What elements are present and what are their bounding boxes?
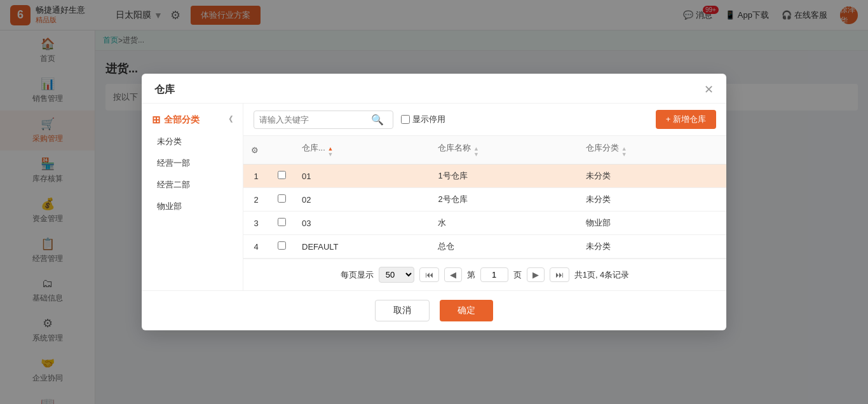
confirm-button[interactable]: 确定 bbox=[440, 300, 493, 321]
grid-icon: ⊞ bbox=[152, 114, 160, 126]
per-page-select[interactable]: 50 100 200 bbox=[379, 267, 414, 283]
per-page-label: 每页显示 bbox=[341, 269, 374, 281]
row-name-1: 1号仓库 bbox=[430, 165, 578, 188]
page-label: 第 bbox=[467, 269, 475, 281]
prev-page-btn[interactable]: ◀ bbox=[444, 267, 462, 282]
page-unit: 页 bbox=[513, 269, 522, 281]
show-disabled-label[interactable]: 显示停用 bbox=[401, 114, 445, 125]
cancel-button[interactable]: 取消 bbox=[375, 300, 430, 321]
table-toolbar: 🔍 显示停用 + 新增仓库 bbox=[243, 104, 726, 136]
row-code-4: DEFAULT bbox=[294, 235, 430, 259]
table-row[interactable]: 4 DEFAULT 总仓 未分类 bbox=[243, 235, 726, 259]
category-item-unclassified[interactable]: 未分类 bbox=[142, 131, 243, 152]
row-name-2: 2号仓库 bbox=[430, 188, 578, 212]
row-check-2[interactable] bbox=[269, 188, 294, 212]
data-table: ⚙ 仓库... ▲ ▼ 仓库名称 bbox=[243, 136, 726, 259]
row-gear-3[interactable]: 3 bbox=[243, 212, 269, 235]
category-item-dept1[interactable]: 经营一部 bbox=[142, 152, 243, 174]
row-category-4: 未分类 bbox=[578, 235, 726, 259]
table-header-category[interactable]: 仓库分类 ▲ ▼ bbox=[578, 136, 726, 165]
category-item-dept2[interactable]: 经营二部 bbox=[142, 174, 243, 196]
row-gear-2[interactable]: 2 bbox=[243, 188, 269, 212]
table-panel: 🔍 显示停用 + 新增仓库 ⚙ bbox=[243, 104, 726, 290]
first-page-btn[interactable]: ⏮ bbox=[419, 267, 439, 282]
table-header-code[interactable]: 仓库... ▲ ▼ bbox=[294, 136, 430, 165]
collapse-icon[interactable]: 《 bbox=[225, 114, 233, 125]
table-header-gear[interactable]: ⚙ bbox=[243, 136, 269, 165]
category-panel: ⊞ 全部分类 《 未分类 经营一部 经营二部 物业部 bbox=[142, 104, 243, 290]
modal-overlay: 仓库 ✕ ⊞ 全部分类 《 未分类 经营一部 经营二部 物业部 bbox=[0, 0, 868, 404]
table-header-check bbox=[269, 136, 294, 165]
all-categories-label: 全部分类 bbox=[164, 114, 200, 126]
category-item-property[interactable]: 物业部 bbox=[142, 196, 243, 217]
show-disabled-checkbox[interactable] bbox=[401, 115, 410, 124]
col-code-label: 仓库... bbox=[302, 143, 325, 152]
sort-arrows-name: ▲ ▼ bbox=[473, 146, 479, 158]
search-icon[interactable]: 🔍 bbox=[371, 114, 384, 126]
modal-title: 仓库 bbox=[154, 83, 175, 97]
page-summary: 共1页, 4条记录 bbox=[574, 269, 630, 281]
table-header-name[interactable]: 仓库名称 ▲ ▼ bbox=[430, 136, 578, 165]
warehouse-table: ⚙ 仓库... ▲ ▼ 仓库名称 bbox=[243, 136, 726, 259]
sort-arrows-code: ▲ ▼ bbox=[327, 146, 333, 158]
pagination: 每页显示 50 100 200 ⏮ ◀ 第 页 ▶ ⏭ 共1页, 4条记录 bbox=[243, 259, 726, 290]
col-category-label: 仓库分类 bbox=[586, 143, 619, 152]
sort-arrows-category: ▲ ▼ bbox=[621, 146, 627, 158]
modal-header: 仓库 ✕ bbox=[142, 74, 726, 104]
all-categories-header[interactable]: ⊞ 全部分类 《 bbox=[142, 109, 243, 131]
row-gear-1[interactable]: 1 bbox=[243, 165, 269, 188]
row-check-1[interactable] bbox=[269, 165, 294, 188]
col-name-label: 仓库名称 bbox=[438, 143, 471, 152]
row-code-3: 03 bbox=[294, 212, 430, 235]
modal-body: ⊞ 全部分类 《 未分类 经营一部 经营二部 物业部 🔍 bbox=[142, 104, 726, 290]
last-page-btn[interactable]: ⏭ bbox=[550, 267, 569, 282]
row-code-2: 02 bbox=[294, 188, 430, 212]
row-name-4: 总仓 bbox=[430, 235, 578, 259]
table-row[interactable]: 2 02 2号仓库 未分类 bbox=[243, 188, 726, 212]
row-check-3[interactable] bbox=[269, 212, 294, 235]
warehouse-modal: 仓库 ✕ ⊞ 全部分类 《 未分类 经营一部 经营二部 物业部 bbox=[142, 74, 726, 330]
table-row[interactable]: 3 03 水 物业部 bbox=[243, 212, 726, 235]
row-gear-4[interactable]: 4 bbox=[243, 235, 269, 259]
row-category-3: 物业部 bbox=[578, 212, 726, 235]
table-row[interactable]: 1 01 1号仓库 未分类 bbox=[243, 165, 726, 188]
row-code-1: 01 bbox=[294, 165, 430, 188]
row-category-2: 未分类 bbox=[578, 188, 726, 212]
next-page-btn[interactable]: ▶ bbox=[527, 267, 545, 282]
row-check-4[interactable] bbox=[269, 235, 294, 259]
row-name-3: 水 bbox=[430, 212, 578, 235]
modal-close-button[interactable]: ✕ bbox=[704, 83, 714, 97]
row-category-1: 未分类 bbox=[578, 165, 726, 188]
search-box: 🔍 bbox=[254, 111, 393, 129]
modal-footer: 取消 确定 bbox=[142, 290, 726, 330]
page-number-input[interactable] bbox=[480, 267, 508, 282]
add-warehouse-button[interactable]: + 新增仓库 bbox=[656, 110, 716, 129]
search-input[interactable] bbox=[259, 115, 367, 125]
show-disabled-text: 显示停用 bbox=[412, 114, 445, 125]
